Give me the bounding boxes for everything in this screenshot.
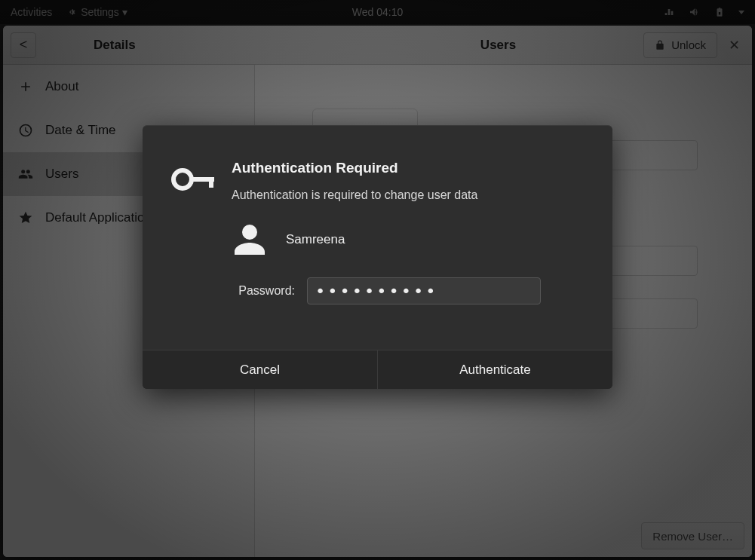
svg-point-3 xyxy=(180,176,186,182)
auth-dialog: Authentication Required Authentication i… xyxy=(143,125,612,389)
authenticate-button[interactable]: Authenticate xyxy=(378,350,612,389)
cancel-button[interactable]: Cancel xyxy=(143,350,378,389)
password-label: Password: xyxy=(232,284,295,298)
dialog-subtitle: Authentication is required to change use… xyxy=(232,188,591,202)
person-icon xyxy=(232,222,268,258)
password-input[interactable] xyxy=(307,277,541,304)
key-icon xyxy=(164,160,224,304)
auth-user-name: Samreena xyxy=(286,232,345,247)
svg-rect-2 xyxy=(209,177,213,188)
dialog-title: Authentication Required xyxy=(232,160,591,176)
